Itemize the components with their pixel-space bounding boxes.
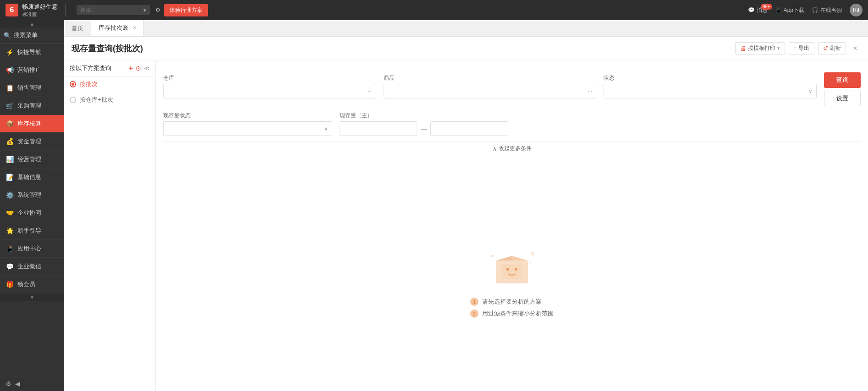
top-bar-right: 💬 消息 99+ 📱 App下载 🎧 在线客服 Rit (748, 4, 863, 16)
filter-row-2: 现存量状态 ∨ 现存量（主） (163, 112, 861, 136)
messages-badge: 99+ (761, 4, 772, 10)
sidebar-item-finance[interactable]: 💰 资金管理 (0, 133, 64, 151)
settings-button[interactable]: 设置 (824, 91, 861, 106)
top-search-input[interactable] (77, 5, 150, 15)
query-button[interactable]: 查询 (824, 72, 861, 88)
print-template-btn[interactable]: 🖨 按模板打印 ▾ (735, 42, 785, 54)
collapse-icon: ∧ (493, 146, 497, 152)
export-btn[interactable]: ↑ 导出 (789, 42, 815, 54)
sidebar-settings-icon[interactable]: ⚙ (5, 380, 11, 387)
sidebar-item-inventory[interactable]: 📦 库存核算 (0, 115, 64, 133)
current-qty-max-input[interactable] (430, 121, 508, 136)
tab-home[interactable]: 首页 (64, 20, 91, 36)
range-dash: — (421, 125, 427, 132)
export-icon: ↑ (794, 45, 797, 52)
sidebar-search[interactable]: 🔍 搜索菜单 (0, 27, 64, 43)
right-panel: 仓库 ··· 商品 ··· (156, 60, 868, 391)
empty-text-group: 1 请先选择要分析的方案 2 用过滤条件来缩小分析范围 (470, 298, 554, 318)
page-title: 现存量查询(按批次) (71, 43, 143, 54)
online-support-btn[interactable]: 🎧 在线客服 (812, 6, 842, 14)
manage-scheme-icon[interactable]: ⊙ (136, 65, 141, 72)
warehouse-input[interactable]: ··· (163, 84, 376, 98)
sidebar-item-enterprise-wechat[interactable]: 💬 企业微信 (0, 258, 64, 276)
new-guide-icon: 🌟 (5, 227, 14, 235)
sidebar-item-purchase[interactable]: 🛒 采购管理 (0, 97, 64, 115)
inventory-status-field: 现存量状态 ∨ (163, 112, 332, 136)
scheme-by-warehouse-batch[interactable]: 按仓库+批次 (64, 92, 155, 108)
add-scheme-icon[interactable]: + (129, 64, 133, 72)
sidebar-bottom: ⚙ ◀ (0, 376, 64, 391)
app-download-btn[interactable]: 📱 App下载 (775, 6, 804, 14)
sidebar-item-member[interactable]: 🎁 畅会员 (0, 276, 64, 293)
svg-rect-1 (502, 264, 522, 279)
status-field: 状态 ∨ (604, 74, 817, 98)
step-1-badge: 1 (470, 298, 478, 306)
experience-btn[interactable]: 体验行业方案 (164, 4, 208, 16)
svg-point-6 (529, 262, 531, 264)
product-field: 商品 ··· (384, 74, 597, 98)
sidebar-item-basic-info[interactable]: 📝 基础信息 (0, 168, 64, 186)
main-layout: ▲ 🔍 搜索菜单 ⚡ 快捷导航 📢 营销推广 📋 销售管理 🛒 采购管理 📦 库… (0, 20, 868, 391)
search-icon: 🔍 (4, 32, 11, 39)
gear-icon: ⚙ (155, 7, 160, 13)
left-panel-header-icons: + ⊙ ≪ (129, 64, 150, 72)
empty-illustration (484, 235, 539, 290)
sidebar-item-quick-nav[interactable]: ⚡ 快捷导航 (0, 43, 64, 61)
status-arrow-icon: ∨ (808, 88, 813, 94)
sidebar-scroll-down[interactable]: ▼ (0, 293, 64, 301)
purchase-icon: 🛒 (5, 102, 14, 110)
sidebar-item-marketing[interactable]: 📢 营销推广 (0, 61, 64, 79)
content-area: 首页 库存批次账 × 现存量查询(按批次) 🖨 按模板打印 ▾ ↑ (64, 20, 868, 391)
tab-close-icon[interactable]: × (133, 25, 136, 31)
headset-icon: 🎧 (812, 7, 819, 13)
collapse-more-btn[interactable]: ∧ 收起更多条件 (163, 141, 861, 155)
sidebar-item-system[interactable]: ⚙️ 系统管理 (0, 186, 64, 204)
app-logo: 6 (5, 4, 18, 16)
inventory-status-select[interactable]: ∨ (163, 121, 332, 136)
empty-step-2: 2 用过滤条件来缩小分析范围 (470, 310, 554, 318)
page-close-btn[interactable]: × (850, 43, 861, 54)
empty-state: 1 请先选择要分析的方案 2 用过滤条件来缩小分析范围 (156, 161, 868, 391)
inventory-status-arrow: ∨ (324, 125, 328, 132)
product-input[interactable]: ··· (384, 84, 597, 98)
current-qty-range: — (340, 121, 509, 136)
left-panel-header: 按以下方案查询 + ⊙ ≪ (64, 60, 155, 76)
company-name: 畅康通好生意 (22, 3, 58, 11)
messages-btn[interactable]: 💬 消息 99+ (748, 6, 768, 14)
sidebar-item-new-guide[interactable]: 🌟 新手引导 (0, 222, 64, 240)
status-select[interactable]: ∨ (604, 84, 817, 98)
svg-point-3 (515, 268, 517, 271)
inventory-icon: 📦 (5, 119, 14, 128)
sidebar-collapse-icon[interactable]: ◀ (15, 380, 20, 387)
sidebar-item-operations[interactable]: 📊 经营管理 (0, 151, 64, 168)
filter-row-1: 仓库 ··· 商品 ··· (163, 66, 861, 106)
filter-area: 仓库 ··· 商品 ··· (156, 60, 868, 161)
scheme-radio-active (70, 81, 76, 87)
print-dropdown-icon: ▾ (777, 45, 780, 51)
page-header: 现存量查询(按批次) 🖨 按模板打印 ▾ ↑ 导出 ↺ 刷新 (64, 37, 868, 60)
top-bar: 6 畅康通好生意 标准版 ▾ ⚙ 体验行业方案 💬 消息 99+ 📱 App下载… (0, 0, 868, 20)
collapse-panel-icon[interactable]: ≪ (144, 65, 150, 71)
sidebar-item-enterprise[interactable]: 🤝 企业协同 (0, 204, 64, 222)
scheme-radio-inactive (70, 97, 76, 103)
settings-btn[interactable]: ⚙ (155, 7, 160, 13)
refresh-btn[interactable]: ↺ 刷新 (818, 42, 846, 54)
finance-icon: 💰 (5, 137, 14, 146)
product-more-icon[interactable]: ··· (588, 88, 592, 94)
enterprise-icon: 🤝 (5, 209, 14, 217)
search-dropdown-icon: ▾ (143, 7, 146, 13)
sidebar-scroll-up[interactable]: ▲ (0, 20, 64, 27)
tab-inventory-batch[interactable]: 库存批次账 × (91, 20, 144, 36)
svg-point-5 (531, 252, 534, 255)
sidebar-item-app-center[interactable]: 📱 应用中心 (0, 240, 64, 258)
warehouse-more-icon[interactable]: ··· (368, 88, 372, 94)
user-avatar[interactable]: Rit (850, 4, 863, 16)
sidebar-item-sales[interactable]: 📋 销售管理 (0, 79, 64, 97)
operations-icon: 📊 (5, 155, 14, 163)
scheme-by-batch[interactable]: 按批次 (64, 76, 155, 92)
scroll-down-icon: ▼ (30, 295, 34, 300)
sales-icon: 📋 (5, 84, 14, 92)
current-qty-min-input[interactable] (340, 121, 418, 136)
scroll-up-icon: ▲ (30, 22, 34, 27)
message-icon: 💬 (748, 7, 755, 13)
